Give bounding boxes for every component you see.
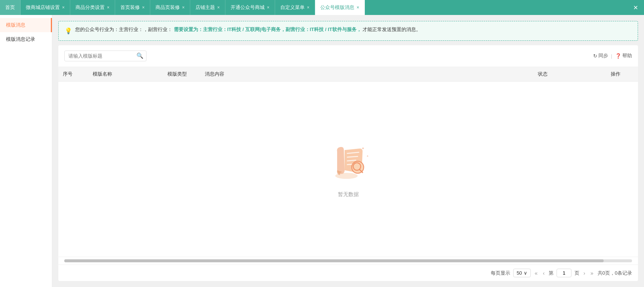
tab-template-message[interactable]: 公众号模版消息×: [315, 0, 365, 15]
next-page-button[interactable]: ›: [582, 270, 586, 276]
page-size-select[interactable]: 50 ∨: [513, 269, 530, 277]
tab-close-open-mall[interactable]: ×: [267, 5, 269, 10]
search-button[interactable]: 🔍: [136, 52, 144, 59]
tab-shop-theme[interactable]: 店铺主题×: [190, 0, 225, 15]
notice-prefix: 您的公众号行业为：主营行业：，副营行业：: [75, 27, 172, 32]
horizontal-scrollbar[interactable]: [64, 259, 632, 262]
content-area: 💡 您的公众号行业为：主营行业：，副营行业： 需要设置为：主营行业：IT科技 /…: [52, 15, 644, 287]
global-close-button[interactable]: ✕: [627, 0, 644, 15]
th-type: 模版类型: [163, 71, 200, 77]
tab-bar: 首页微商城店铺设置×商品分类设置×首页装修×商品页装修×店铺主题×开通公众号商城…: [0, 0, 644, 15]
tab-category-settings[interactable]: 商品分类设置×: [70, 0, 115, 15]
tab-shop-settings[interactable]: 微商城店铺设置×: [21, 0, 70, 15]
notice-text: 您的公众号行业为：主营行业：，副营行业： 需要设置为：主营行业：IT科技 / 互…: [75, 26, 421, 34]
tab-close-shop-theme[interactable]: ×: [217, 5, 220, 10]
tab-product-decoration[interactable]: 商品页装修×: [150, 0, 190, 15]
th-serial: 序号: [58, 71, 88, 77]
tab-close-home-decoration[interactable]: ×: [142, 5, 145, 10]
toolbar-right: ↻ 同步 | ❓ 帮助: [593, 52, 632, 59]
sync-label: 同步: [598, 52, 608, 59]
notice-suffix: 才能正常发送预置的消息。: [363, 27, 421, 32]
empty-state: ✦ ✦ 暂无数据: [58, 82, 638, 257]
table-area: 🔍 ↻ 同步 | ❓ 帮助 序号 模版名称 模版: [58, 45, 638, 281]
chevron-down-icon: ∨: [524, 270, 527, 276]
th-content: 消息内容: [200, 71, 533, 77]
tab-close-shop-settings[interactable]: ×: [62, 5, 65, 10]
page-size-value: 50: [517, 270, 522, 276]
tab-close-product-decoration[interactable]: ×: [182, 5, 185, 10]
tab-open-mall[interactable]: 开通公众号商城×: [225, 0, 275, 15]
sidebar-item-template-message[interactable]: 模版消息: [0, 18, 52, 32]
tab-close-custom-menu[interactable]: ×: [307, 5, 309, 10]
empty-text: 暂无数据: [338, 191, 359, 198]
sync-button[interactable]: ↻ 同步: [593, 52, 608, 59]
first-page-button[interactable]: «: [534, 270, 539, 276]
search-input[interactable]: [64, 51, 147, 61]
page-size-label: 每页显示: [491, 270, 510, 277]
toolbar-divider: |: [611, 53, 612, 59]
page-prefix: 第: [549, 270, 554, 277]
svg-text:✦: ✦: [366, 155, 369, 158]
tab-home-decoration[interactable]: 首页装修×: [115, 0, 150, 15]
tab-close-template-message[interactable]: ×: [357, 5, 359, 10]
pagination: 每页显示 50 ∨ « ‹ 第 页 › » 共0页，0条记录: [58, 265, 638, 281]
th-name: 模版名称: [88, 71, 163, 77]
tab-custom-menu[interactable]: 自定义菜单×: [275, 0, 315, 15]
svg-text:✦: ✦: [361, 146, 364, 150]
page-unit: 页: [574, 270, 579, 277]
last-page-button[interactable]: »: [589, 270, 595, 276]
help-icon: ❓: [615, 53, 621, 59]
notice-icon: 💡: [65, 26, 72, 36]
sidebar: 模版消息模版消息记录: [0, 15, 52, 287]
tab-home[interactable]: 首页: [0, 0, 21, 15]
prev-page-button[interactable]: ‹: [542, 270, 546, 276]
help-label: 帮助: [622, 52, 632, 59]
tab-close-category-settings[interactable]: ×: [107, 5, 110, 10]
page-number-input[interactable]: [557, 269, 571, 277]
help-button[interactable]: ❓ 帮助: [615, 52, 632, 59]
table-header: 序号 模版名称 模版类型 消息内容 状态 操作: [58, 67, 638, 82]
th-action: 操作: [593, 71, 638, 77]
th-status: 状态: [533, 71, 593, 77]
scrollbar-area: [58, 257, 638, 265]
sidebar-item-template-record[interactable]: 模版消息记录: [0, 32, 52, 46]
scrollbar-thumb: [64, 259, 604, 262]
search-bar: 🔍 ↻ 同步 | ❓ 帮助: [58, 45, 638, 67]
search-input-wrap: 🔍: [64, 51, 147, 61]
notice-box: 💡 您的公众号行业为：主营行业：，副营行业： 需要设置为：主营行业：IT科技 /…: [58, 21, 638, 41]
main-layout: 模版消息模版消息记录 💡 您的公众号行业为：主营行业：，副营行业： 需要设置为：…: [0, 15, 644, 287]
page-total: 共0页，0条记录: [598, 270, 632, 277]
notice-highlight: 需要设置为：主营行业：IT科技 / 互联网|电子商务，副营行业：IT科技 / I…: [174, 27, 361, 32]
empty-illustration: ✦ ✦: [326, 140, 371, 185]
sync-icon: ↻: [593, 53, 597, 59]
